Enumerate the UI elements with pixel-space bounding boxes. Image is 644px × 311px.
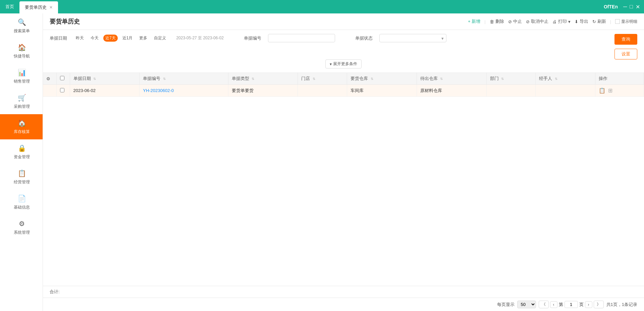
window-maximize-btn[interactable]: □ xyxy=(630,4,633,10)
page-total: 共1页，1条记录 xyxy=(606,302,637,308)
main-layout: 🔍 搜索菜单 🏠 快捷导航 📊 销售管理 🛒 采购管理 🏠 库存核算 🔒 资金管… xyxy=(0,13,644,311)
pagination-bar: 每页显示 50 100 200 《 ‹ 第 页 › 》 共1页，1条记录 xyxy=(43,298,644,311)
new-btn-label: + 新增 xyxy=(468,18,480,25)
date-btn-yesterday[interactable]: 昨天 xyxy=(74,35,86,42)
sidebar-item-operations[interactable]: 📋 经营管理 xyxy=(0,165,43,190)
window-close-btn[interactable]: ✕ xyxy=(636,4,640,10)
cancel-stop-icon: ⊘ xyxy=(526,19,530,24)
new-button[interactable]: + 新增 xyxy=(468,18,480,25)
delete-btn-label: 删除 xyxy=(495,18,504,25)
table-row: 2023-06-02 YH-20230602-0 要货单要货 车间库 原材料仓库… xyxy=(43,85,644,97)
sort-department-icon[interactable]: ⇅ xyxy=(501,77,504,81)
tab-history[interactable]: 要货单历史 ✕ xyxy=(19,1,58,13)
th-doc-date: 单据日期 ⇅ xyxy=(70,73,140,85)
row-edit-icon[interactable]: 📋 xyxy=(599,87,605,94)
doc-no-label: 单据编号 xyxy=(244,35,261,41)
cell-store xyxy=(298,85,347,97)
date-filter-buttons: 昨天 今天 近7天 近1月 更多 自定义 xyxy=(74,35,168,42)
sidebar-item-sales[interactable]: 📊 销售管理 xyxy=(0,64,43,89)
tab-bar: 首页 要货单历史 ✕ xyxy=(0,0,58,13)
query-panel: 查询 设置 xyxy=(614,34,637,59)
page-number-input[interactable] xyxy=(565,301,578,308)
doc-no-input[interactable] xyxy=(268,34,335,42)
sort-handler-icon[interactable]: ⇅ xyxy=(555,77,557,81)
select-all-checkbox[interactable] xyxy=(60,76,64,80)
sidebar-label-finance: 资金管理 xyxy=(14,154,30,160)
page-size-select[interactable]: 50 100 200 xyxy=(517,301,536,308)
print-button[interactable]: 🖨 打印 ▾ xyxy=(552,18,571,25)
table-footer: 合计: xyxy=(43,286,644,298)
cell-actions: 📋 ⊞ xyxy=(595,85,644,97)
cell-doc-no: YH-20230602-0 xyxy=(140,85,228,97)
th-actions: 操作 xyxy=(595,73,644,85)
th-department: 部门 ⇅ xyxy=(486,73,536,85)
cell-checkbox xyxy=(56,85,70,97)
cell-pending-warehouse: 原材料仓库 xyxy=(417,85,486,97)
sort-doc-no-icon[interactable]: ⇅ xyxy=(163,77,166,81)
display-cell-button[interactable]: 显示明细 xyxy=(615,19,637,25)
table-container: ⚙ 单据日期 ⇅ 单据编号 ⇅ 单据类型 ⇅ 门店 ⇅ 要货仓库 ⇅ 待出仓库 … xyxy=(43,73,644,286)
sidebar-icon-operations: 📋 xyxy=(18,169,26,177)
date-btn-1month[interactable]: 近1月 xyxy=(120,35,135,42)
tab-close-icon[interactable]: ✕ xyxy=(49,5,53,10)
sidebar-item-basic-info[interactable]: 📄 基础信息 xyxy=(0,190,43,215)
sidebar-icon-purchase: 🛒 xyxy=(18,94,26,102)
sidebar-label-operations: 经营管理 xyxy=(14,179,30,185)
cell-doc-date: 2023-06-02 xyxy=(70,85,140,97)
sidebar-icon-search-menu: 🔍 xyxy=(18,18,26,26)
export-button[interactable]: ⬇ 导出 xyxy=(575,18,588,25)
sidebar-item-quick-nav[interactable]: 🏠 快捷导航 xyxy=(0,39,43,64)
date-btn-today[interactable]: 今天 xyxy=(89,35,101,42)
sidebar-icon-sales: 📊 xyxy=(18,69,26,77)
top-bar: 首页 要货单历史 ✕ OfTEn ─ □ ✕ xyxy=(0,0,644,13)
sidebar-item-inventory[interactable]: 🏠 库存核算 xyxy=(0,114,43,139)
refresh-icon: ↻ xyxy=(592,19,596,24)
sort-store-icon[interactable]: ⇅ xyxy=(313,77,315,81)
th-store: 门店 ⇅ xyxy=(298,73,347,85)
sidebar-item-purchase[interactable]: 🛒 采购管理 xyxy=(0,89,43,114)
sort-doc-type-icon[interactable]: ⇅ xyxy=(252,77,254,81)
doc-no-link[interactable]: YH-20230602-0 xyxy=(143,88,174,93)
doc-date-label: 单据日期 xyxy=(50,35,67,41)
sidebar: 🔍 搜索菜单 🏠 快捷导航 📊 销售管理 🛒 采购管理 🏠 库存核算 🔒 资金管… xyxy=(0,13,43,311)
prev-page-button[interactable]: ‹ xyxy=(550,301,557,308)
sidebar-icon-inventory: 🏠 xyxy=(18,119,26,127)
row-checkbox[interactable] xyxy=(60,88,64,92)
sidebar-item-system[interactable]: ⚙ 系统管理 xyxy=(0,215,43,240)
stop-btn-label: 中止 xyxy=(513,18,522,25)
row-delete-icon[interactable]: ⊞ xyxy=(608,87,612,94)
sort-pending-warehouse-icon[interactable]: ⇅ xyxy=(440,77,443,81)
display-cell-checkbox[interactable] xyxy=(615,19,620,24)
sort-req-warehouse-icon[interactable]: ⇅ xyxy=(371,77,373,81)
delete-icon: 🗑 xyxy=(490,19,494,24)
date-btn-more[interactable]: 更多 xyxy=(137,35,149,42)
delete-button[interactable]: 🗑 删除 xyxy=(490,18,504,25)
last-page-button[interactable]: 》 xyxy=(594,301,604,308)
page-label: 第 xyxy=(559,302,563,308)
date-btn-custom[interactable]: 自定义 xyxy=(152,35,168,42)
brand-text: OfTEn xyxy=(604,4,618,9)
doc-status-select-wrapper xyxy=(379,34,446,42)
cancel-stop-button[interactable]: ⊘ 取消中止 xyxy=(526,18,548,25)
stop-button[interactable]: ⊘ 中止 xyxy=(508,18,522,25)
page-nav: 《 ‹ 第 页 › 》 xyxy=(539,301,604,308)
sidebar-item-search-menu[interactable]: 🔍 搜索菜单 xyxy=(0,13,43,39)
query-button[interactable]: 查询 xyxy=(614,34,637,45)
tab-home[interactable]: 首页 xyxy=(0,0,19,13)
expand-filters-button[interactable]: ▾ 展开更多条件 xyxy=(325,59,362,69)
date-btn-7days[interactable]: 近7天 xyxy=(103,35,118,42)
first-page-button[interactable]: 《 xyxy=(539,301,549,308)
sidebar-item-finance[interactable]: 🔒 资金管理 xyxy=(0,139,43,165)
top-bar-right: OfTEn ─ □ ✕ xyxy=(604,4,644,10)
sidebar-label-inventory: 库存核算 xyxy=(14,129,30,135)
sidebar-label-system: 系统管理 xyxy=(14,230,30,235)
date-range-display: 2023-05-27 至 2023-06-02 xyxy=(176,35,223,41)
doc-status-label: 单据状态 xyxy=(355,35,373,41)
refresh-button[interactable]: ↻ 刷新 xyxy=(592,18,606,25)
cell-doc-type: 要货单要货 xyxy=(228,85,298,97)
sort-doc-date-icon[interactable]: ⇅ xyxy=(93,77,96,81)
doc-status-select[interactable] xyxy=(379,34,446,42)
next-page-button[interactable]: › xyxy=(585,301,592,308)
settings-button[interactable]: 设置 xyxy=(614,49,637,59)
window-minimize-btn[interactable]: ─ xyxy=(623,4,627,10)
